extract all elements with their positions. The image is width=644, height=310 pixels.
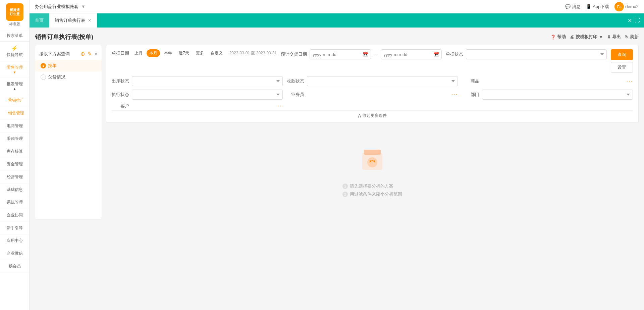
empty-state: 1 请先选择要分析的方案 2 用过滤条件来缩小分析范围 [106, 123, 639, 219]
salesman-more-icon[interactable]: ··· [451, 92, 458, 98]
message-label: 消息 [572, 4, 581, 10]
user-button[interactable]: Ea demo2 [614, 2, 639, 11]
help-icon: ❓ [550, 35, 556, 40]
add-scheme-icon[interactable]: ⊕ [80, 51, 85, 57]
dept-select[interactable] [482, 90, 633, 100]
print-icon: 🖨 [570, 35, 574, 40]
print-button[interactable]: 🖨 按模板打印 ▼ [570, 34, 603, 40]
sidebar-item-marketing[interactable]: 营销推广 [0, 94, 29, 107]
goods-more-icon[interactable]: ··· [627, 78, 633, 84]
sidebar-item-wholesale[interactable]: 批发管理 ▲ [0, 78, 29, 94]
sidebar-item-corpwechat[interactable]: 企业微信 [0, 247, 29, 260]
delivery-date-label: 预计交货日期 [281, 51, 307, 57]
basic-label: 基础信息 [1, 187, 28, 193]
export-button[interactable]: ⬇ 导出 [607, 34, 621, 40]
appcenter-label: 应用中心 [1, 238, 28, 244]
date-tab-last-month[interactable]: 上月 [132, 49, 145, 57]
right-filter-area: 单据日期 上月 本月 本年 近7天 更多 自定义 2023-03-01 至 20… [106, 45, 639, 219]
scheme-item-按单[interactable]: ● 按单 [35, 60, 102, 71]
scheme-label-欠货情况: 欠货情况 [48, 74, 65, 80]
sidebar-item-newuser[interactable]: 新手引导 [0, 222, 29, 235]
customer-more-icon[interactable]: ··· [278, 103, 284, 109]
order-status-label: 单据状态 [446, 51, 463, 57]
edit-scheme-icon[interactable]: ✎ [88, 51, 92, 57]
purchase-label: 采购管理 [1, 136, 28, 142]
message-button[interactable]: 💬 消息 [565, 4, 581, 10]
sidebar-item-appcenter[interactable]: 应用中心 [0, 235, 29, 247]
refresh-label: 刷新 [630, 34, 639, 40]
print-label: 按模板打印 [576, 34, 597, 40]
tab-home[interactable]: 首页 [30, 13, 49, 28]
query-button[interactable]: 查询 [611, 49, 633, 60]
calendar-from-icon[interactable]: 📅 [363, 52, 368, 57]
date-tab-more[interactable]: 更多 [193, 49, 207, 57]
app-download-label: App下载 [593, 4, 609, 10]
retail-arrow: ▼ [1, 70, 28, 74]
collapse-button[interactable]: ⋀ 收起更多条件 [358, 113, 387, 118]
quick-nav-label: 快捷导航 [1, 52, 28, 58]
sidebar-item-operations[interactable]: 经营管理 [0, 171, 29, 184]
tab-home-label: 首页 [35, 17, 44, 23]
main-area: 办公用品行业模拟账套 ▼ 💬 消息 📱 App下载 Ea demo2 首页 [30, 0, 644, 310]
sidebar-search[interactable]: 搜索菜单 [0, 30, 29, 42]
svg-point-3 [370, 160, 371, 162]
tip-text-1: 请先选择要分析的方案 [350, 183, 393, 189]
content-body: 按以下方案查询 ⊕ ✎ « ● 按单 ○ 欠货情况 [35, 45, 639, 219]
sidebar-item-purchase[interactable]: 采购管理 [0, 133, 29, 145]
tab-sales-order-label: 销售订单执行表 [55, 17, 85, 23]
exec-status-select[interactable] [132, 90, 283, 100]
sidebar-item-enterprise[interactable]: 企业协同 [0, 209, 29, 222]
scheme-item-欠货情况[interactable]: ○ 欠货情况 [35, 71, 102, 83]
sidebar-item-finance[interactable]: 资金管理 [0, 158, 29, 171]
order-status-select[interactable] [466, 49, 607, 59]
svg-point-4 [374, 160, 375, 162]
tab-sales-order[interactable]: 销售订单执行表 ✕ [49, 13, 97, 28]
delivery-date-from-input[interactable] [310, 49, 371, 59]
svg-point-2 [367, 157, 377, 167]
svg-rect-1 [364, 150, 381, 155]
sidebar-item-quick-nav[interactable]: ⚡ 快捷导航 [0, 42, 29, 61]
header-title: 办公用品行业模拟账套 [35, 4, 78, 10]
sidebar-item-inventory[interactable]: 库存核算 [0, 145, 29, 158]
salesman-field: 业务员 ··· [287, 90, 458, 100]
top-header: 办公用品行业模拟账套 ▼ 💬 消息 📱 App下载 Ea demo2 [30, 0, 644, 13]
receipt-status-select[interactable] [307, 76, 458, 86]
date-tab-custom[interactable]: 自定义 [208, 49, 225, 57]
refresh-button[interactable]: ↻ 刷新 [625, 34, 639, 40]
search-menu-label[interactable]: 搜索菜单 [3, 33, 26, 39]
sales-label: 销售管理 [4, 110, 28, 116]
tab-bar: 首页 销售订单执行表 ✕ ✕ ⛶ [30, 13, 644, 28]
sidebar-item-sales[interactable]: 销售管理 [0, 107, 29, 120]
help-button[interactable]: ❓ 帮助 [550, 34, 566, 40]
date-tab-current-month[interactable]: 本月 [147, 49, 160, 57]
filter-panel: 单据日期 上月 本月 本年 近7天 更多 自定义 2023-03-01 至 20… [106, 45, 639, 123]
tab-close-icon[interactable]: ✕ [88, 18, 91, 23]
date-tab-current-year[interactable]: 本年 [161, 49, 175, 57]
header-arrow[interactable]: ▼ [81, 4, 86, 9]
left-panel: 按以下方案查询 ⊕ ✎ « ● 按单 ○ 欠货情况 [35, 45, 102, 219]
calendar-to-icon[interactable]: 📅 [433, 52, 439, 57]
ecom-label: 电商管理 [1, 123, 28, 129]
app-download-button[interactable]: 📱 App下载 [586, 4, 609, 10]
tip-num-2: 2 [342, 192, 348, 197]
empty-illustration [356, 143, 389, 176]
empty-tip-2: 2 用过滤条件来缩小分析范围 [342, 191, 402, 197]
sidebar-item-system[interactable]: 系统管理 [0, 196, 29, 209]
settings-button[interactable]: 设置 [611, 62, 633, 73]
goods-field: 商品 ··· [462, 76, 633, 86]
sidebar-item-ecom[interactable]: 电商管理 [0, 120, 29, 133]
sidebar-item-member[interactable]: 畅会员 [0, 260, 29, 273]
sidebar-item-basic[interactable]: 基础信息 [0, 184, 29, 196]
tab-maximize-icon[interactable]: ⛶ [635, 17, 640, 23]
collapse-left-icon[interactable]: « [95, 51, 98, 57]
tab-close-window-icon[interactable]: ✕ [628, 17, 632, 24]
tip-text-2: 用过滤条件来缩小分析范围 [350, 191, 402, 197]
date-tab-last7[interactable]: 近7天 [176, 49, 192, 57]
sidebar-item-retail[interactable]: 零售管理 ▼ [0, 61, 29, 78]
out-status-select[interactable] [132, 76, 283, 86]
avatar: Ea [614, 2, 624, 11]
customer-label: 客户 [112, 103, 129, 109]
delivery-date-to-input[interactable] [381, 49, 442, 59]
content-area: 销售订单执行表(按单) ❓ 帮助 🖨 按模板打印 ▼ ⬇ 导出 ↻ 刷新 [30, 28, 644, 310]
date-range-text: 2023-03-01 至 2023-03-31 [229, 50, 277, 56]
